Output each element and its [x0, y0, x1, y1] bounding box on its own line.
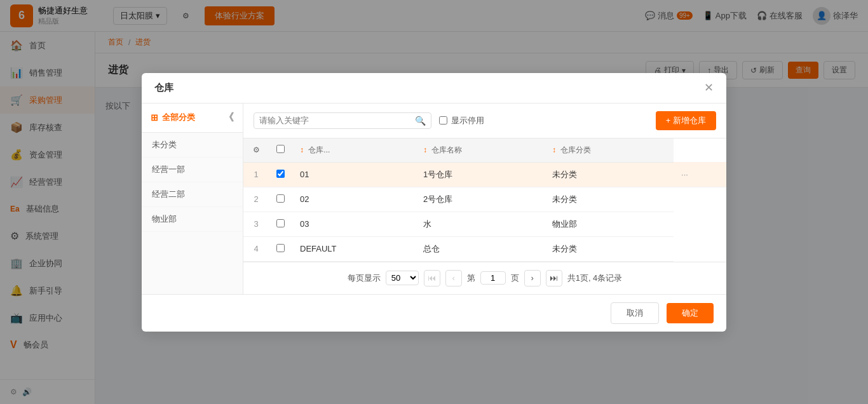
category-list: 未分类 经营一部 经营二部 物业部 [142, 133, 243, 294]
sort-icon-name: ↕ [423, 145, 427, 154]
cancel-button[interactable]: 取消 [611, 302, 659, 324]
prev-page-button[interactable]: ‹ [445, 270, 462, 286]
row-name: 2号仓库 [416, 187, 545, 212]
row-code: 03 [292, 212, 416, 236]
th-name[interactable]: ↕ 仓库名称 [416, 138, 545, 163]
page-size-select[interactable]: 50 20 100 [386, 271, 419, 285]
search-icon: 🔍 [415, 116, 426, 126]
row-select-checkbox[interactable] [276, 244, 285, 252]
row-checkbox[interactable] [269, 236, 292, 261]
category-item-property[interactable]: 物业部 [142, 207, 243, 232]
page-number-input[interactable] [480, 271, 506, 285]
row-category: 物业部 [545, 212, 674, 236]
row-code: 01 [292, 162, 416, 187]
sort-icon-cat: ↕ [552, 145, 556, 154]
select-all-checkbox[interactable] [276, 145, 285, 153]
first-page-button[interactable]: ⏮ [424, 270, 440, 286]
show-disabled-checkbox[interactable] [439, 116, 447, 125]
row-select-checkbox[interactable] [276, 194, 285, 203]
warehouse-table: ⚙ ↕ 仓库... ↕ 仓库名称 [243, 138, 726, 262]
category-toggle-icon[interactable]: 《 [224, 111, 234, 125]
grid-icon: ⊞ [151, 112, 158, 123]
row-code: 02 [292, 187, 416, 212]
row-num: 3 [243, 212, 269, 236]
th-settings[interactable]: ⚙ [243, 138, 269, 163]
th-category[interactable]: ↕ 仓库分类 [545, 138, 674, 163]
modal-overlay[interactable]: 仓库 ✕ ⊞ 全部分类 《 未分类 经营一部 [0, 0, 868, 404]
search-wrap: 🔍 [254, 112, 431, 129]
category-item-dept2[interactable]: 经营二部 [142, 182, 243, 207]
show-disabled-label[interactable]: 显示停用 [439, 115, 484, 126]
th-checkbox [269, 138, 292, 163]
next-page-button[interactable]: › [524, 270, 541, 286]
table-row[interactable]: 4 DEFAULT 总仓 未分类 [243, 236, 726, 261]
modal-footer: 取消 确定 [142, 294, 726, 332]
row-actions[interactable]: ··· [674, 162, 726, 187]
row-checkbox[interactable] [269, 212, 292, 236]
confirm-button[interactable]: 确定 [667, 303, 714, 323]
data-table: ⚙ ↕ 仓库... ↕ 仓库名称 [243, 138, 726, 262]
row-num: 1 [243, 162, 269, 187]
table-toolbar: 🔍 显示停用 + 新增仓库 [243, 104, 726, 138]
add-warehouse-button[interactable]: + 新增仓库 [656, 111, 716, 130]
all-categories-header[interactable]: ⊞ 全部分类 《 [142, 104, 243, 133]
th-code[interactable]: ↕ 仓库... [292, 138, 416, 163]
row-select-checkbox[interactable] [276, 170, 285, 178]
row-checkbox[interactable] [269, 162, 292, 187]
row-name: 总仓 [416, 236, 545, 261]
row-category: 未分类 [545, 236, 674, 261]
last-page-button[interactable]: ⏭ [546, 270, 562, 286]
row-select-checkbox[interactable] [276, 219, 285, 227]
page-label-prefix: 第 [467, 273, 475, 284]
category-item-unclassified[interactable]: 未分类 [142, 133, 243, 158]
sort-icon: ↕ [300, 145, 304, 154]
category-item-dept1[interactable]: 经营一部 [142, 158, 243, 182]
modal-title: 仓库 [154, 82, 173, 94]
row-name: 水 [416, 212, 545, 236]
table-row[interactable]: 3 03 水 物业部 [243, 212, 726, 236]
pagination: 每页显示 50 20 100 ⏮ ‹ 第 页 › ⏭ 共1页, 4条记录 [243, 262, 726, 294]
modal-close-button[interactable]: ✕ [704, 82, 714, 93]
row-name: 1号仓库 [416, 162, 545, 187]
modal-header: 仓库 ✕ [142, 73, 726, 104]
row-category: 未分类 [545, 187, 674, 212]
row-code: DEFAULT [292, 236, 416, 261]
row-num: 2 [243, 187, 269, 212]
warehouse-modal: 仓库 ✕ ⊞ 全部分类 《 未分类 经营一部 [142, 73, 726, 332]
modal-body: ⊞ 全部分类 《 未分类 经营一部 经营二部 物业部 [142, 104, 726, 294]
category-sidebar: ⊞ 全部分类 《 未分类 经营一部 经营二部 物业部 [142, 104, 243, 294]
table-row[interactable]: 1 01 1号仓库 未分类 ··· [243, 162, 726, 187]
table-area: 🔍 显示停用 + 新增仓库 ⚙ [243, 104, 726, 294]
row-num: 4 [243, 236, 269, 261]
search-input[interactable] [259, 116, 411, 125]
row-category: 未分类 [545, 162, 674, 187]
table-row[interactable]: 2 02 2号仓库 未分类 [243, 187, 726, 212]
row-checkbox[interactable] [269, 187, 292, 212]
